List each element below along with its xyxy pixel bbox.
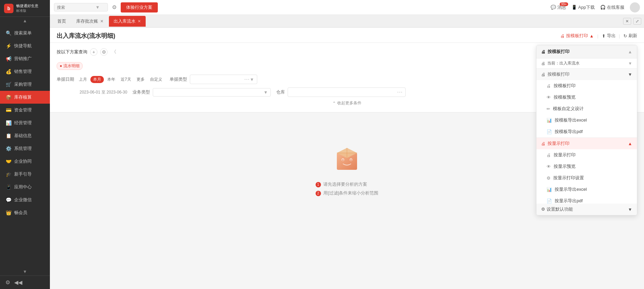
sidebar-item-operations[interactable]: 📊 经营管理 [0, 116, 50, 129]
filter-collapse-icon[interactable]: 《 [112, 49, 116, 55]
sidebar-icon-inventory: 📦 [5, 95, 11, 100]
template-print-label: 按模板打印 [554, 83, 576, 89]
dropdown-item-template-pdf[interactable]: 📄 按模板导出pdf [536, 126, 637, 137]
tab-batch-close-icon[interactable]: ✕ [100, 19, 104, 23]
sidebar-icon-member: 👑 [5, 210, 11, 215]
dropdown-print-icon: 🖨 [541, 49, 546, 54]
dropdown-section-template: 🖨 按模板打印 ▼ 🖨 按模板打印 👁 按模 [536, 69, 637, 138]
refresh-button[interactable]: ↻ 刷新 [623, 33, 637, 39]
current-text: 当前：出入库流水 [547, 60, 580, 66]
dropdown-collapse-icon[interactable]: ▲ [628, 49, 632, 54]
sidebar-label-apps: 应用中心 [14, 184, 32, 190]
tab-inout-close-icon[interactable]: ✕ [138, 19, 141, 23]
search-chevron-icon: ▼ [95, 5, 100, 10]
tab-inout[interactable]: 出入库流水 ✕ [109, 16, 146, 27]
sidebar-label-finance: 资金管理 [14, 107, 32, 113]
main-area: ▼ ⚙ 体验行业方案 💬 消息 99+ 📱 App下载 🎧 在线客服 首页 [50, 0, 644, 289]
user-avatar[interactable] [630, 2, 640, 12]
dropdown-header: 🖨 按模板打印 ▲ [536, 45, 637, 58]
tab-batch[interactable]: 库存批次账 ✕ [71, 16, 108, 27]
date-option-this-month[interactable]: 本月 [90, 76, 104, 83]
sidebar-item-basic[interactable]: 📋 基础信息 [0, 129, 50, 142]
doc-type-select[interactable]: ··· ▼ [190, 75, 257, 84]
biz-type-select[interactable]: ▼ [153, 88, 271, 97]
sidebar-item-finance[interactable]: 💳 资金管理 [0, 104, 50, 116]
topbar-gear-icon[interactable]: ⚙ [112, 4, 117, 10]
sidebar-icon-guide: 🎓 [5, 172, 11, 177]
date-option-last-month[interactable]: 上月 [77, 76, 89, 83]
doc-type-label: 单据类型 [170, 76, 187, 82]
warehouse-select[interactable]: ··· [288, 87, 406, 97]
sidebar-icon-cooperation: 🤝 [5, 159, 11, 164]
sidebar: b 畅捷通好生意 标准版 ▲ 🔍 搜索菜单 ⚡ 快捷导航 📢 营销推广 💰 销售… [0, 0, 50, 289]
app-title: 畅捷通好生意 [16, 3, 38, 8]
settings-footer-icon[interactable]: ⚙ [5, 279, 10, 286]
message-button[interactable]: 💬 消息 99+ [551, 4, 566, 10]
dropdown-item-display-settings[interactable]: ⚙ 按显示打印设置 [536, 172, 637, 184]
topbar-search-box[interactable]: ▼ [54, 3, 108, 11]
dropdown-item-display-print[interactable]: 🖨 按显示打印 [536, 149, 637, 161]
sidebar-item-member[interactable]: 👑 畅会员 [0, 206, 50, 219]
print-icon: 🖨 [560, 33, 565, 38]
sidebar-item-shortcut[interactable]: ⚡ 快捷导航 [0, 40, 50, 52]
tab-home[interactable]: 首页 [53, 16, 71, 27]
industry-solution-button[interactable]: 体验行业方案 [121, 2, 158, 12]
dropdown-item-display-excel[interactable]: 📊 按显示导出excel [536, 184, 637, 195]
dropdown-current-label[interactable]: 🖨 当前：出入库流水 ▼ [536, 58, 637, 69]
empty-step-2: 2 用[过滤]条件来缩小分析范围 [316, 189, 379, 198]
search-input[interactable] [57, 5, 94, 10]
sidebar-item-sales[interactable]: 💰 销售管理 [0, 65, 50, 78]
sidebar-item-cooperation[interactable]: 🤝 企业协同 [0, 155, 50, 168]
app-download-button[interactable]: 📱 App下载 [572, 4, 595, 10]
display-excel-label: 按显示导出excel [555, 186, 587, 192]
sidebar-item-purchase[interactable]: 🛒 采购管理 [0, 78, 50, 91]
dropdown-scroll: 🖨 按模板打印 ▼ 🖨 按模板打印 👁 按模 [536, 69, 637, 204]
export-button[interactable]: ⬆ 导出 [602, 33, 616, 39]
template-design-label: 模板自定义设计 [553, 106, 584, 112]
dropdown-item-template-design[interactable]: ✏ 模板自定义设计 [536, 103, 637, 114]
tab-maximize-button[interactable]: ⤢ [633, 18, 641, 25]
dropdown-item-display-preview[interactable]: 👁 按显示预览 [536, 161, 637, 172]
sidebar-item-search[interactable]: 🔍 搜索菜单 [0, 27, 50, 40]
sidebar-item-inventory[interactable]: 📦 库存核算 [0, 91, 50, 104]
sidebar-scroll-up[interactable]: ▲ [0, 17, 50, 25]
date-option-7days[interactable]: 近7天 [119, 76, 133, 83]
online-service-button[interactable]: 🎧 在线客服 [600, 4, 624, 10]
action-divider-2: | [619, 33, 620, 38]
sidebar-item-apps[interactable]: 📱 应用中心 [0, 181, 50, 193]
sidebar-item-marketing[interactable]: 📢 营销推广 [0, 52, 50, 65]
sidebar-scroll-down[interactable]: ▼ [0, 268, 50, 275]
page-actions: 🖨 按模板打印 ▲ | ⬆ 导出 | ↻ 刷新 [560, 33, 637, 39]
sidebar-item-wechat[interactable]: 💬 企业微信 [0, 193, 50, 206]
template-pdf-icon: 📄 [547, 129, 552, 134]
collapse-sidebar-icon[interactable]: ◀◀ [14, 279, 22, 286]
date-option-custom[interactable]: 自定义 [148, 76, 164, 83]
dropdown-item-template-print[interactable]: 🖨 按模板打印 [536, 80, 637, 91]
filter-tag-item[interactable]: ● 流水明细 [57, 62, 83, 70]
dropdown-item-template-excel[interactable]: 📊 按模板导出excel [536, 114, 637, 126]
sidebar-icon-system: ⚙️ [5, 146, 11, 151]
dropdown-item-display-pdf[interactable]: 📄 按显示导出pdf [536, 195, 637, 204]
sidebar-item-guide[interactable]: 🎓 新手引导 [0, 168, 50, 181]
tabbar: 首页 库存批次账 ✕ 出入库流水 ✕ ✕ ⤢ [50, 15, 644, 28]
biz-type-filter-field: 业务类型 ▼ [133, 88, 271, 97]
logo-text-block: 畅捷通好生意 标准版 [16, 3, 38, 13]
sidebar-icon-finance: 💳 [5, 107, 11, 113]
dropdown-footer-left: ⚙ 设置默认功能 [541, 206, 573, 212]
footer-arrow-icon: ▼ [628, 207, 632, 212]
filter-add-button[interactable]: + [90, 48, 97, 56]
date-option-more[interactable]: 更多 [135, 76, 147, 83]
dropdown-footer[interactable]: ⚙ 设置默认功能 ▼ [536, 204, 637, 215]
dropdown-item-template-preview[interactable]: 👁 按模板预览 [536, 91, 637, 103]
dropdown-section-template-header[interactable]: 🖨 按模板打印 ▼ [536, 69, 637, 80]
display-section-label: 按显示打印 [548, 140, 569, 147]
sidebar-item-system[interactable]: ⚙️ 系统管理 [0, 142, 50, 155]
app-download-icon: 📱 [572, 5, 577, 10]
filter-tag-icon: ● [60, 63, 62, 68]
filter-settings-button[interactable]: ⚙ [100, 48, 108, 56]
tab-close-all-button[interactable]: ✕ [623, 18, 631, 25]
print-template-button[interactable]: 🖨 按模板打印 ▲ [560, 33, 594, 39]
tab-inout-label: 出入库流水 [114, 18, 136, 24]
date-option-this-year[interactable]: 本年 [105, 76, 117, 83]
dropdown-section-display-header[interactable]: 🖨 按显示打印 ▲ [536, 138, 637, 149]
